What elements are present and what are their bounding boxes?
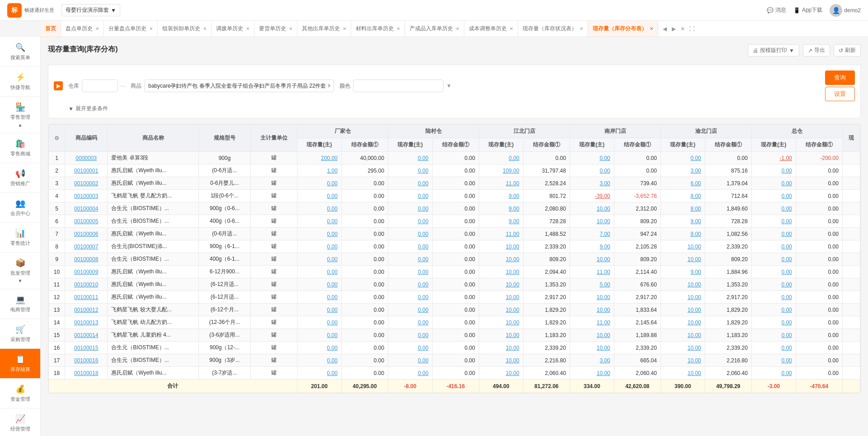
cell-c3-qty[interactable]: 10.00 xyxy=(479,329,523,342)
cell-c5-qty[interactable]: 10.00 xyxy=(660,304,705,316)
cell-c5-qty[interactable]: 9.00 xyxy=(660,215,705,228)
cell-c4-qty[interactable]: 10.00 xyxy=(570,215,614,228)
cell-c4-qty[interactable]: 0.00 xyxy=(570,152,614,164)
cell-t-qty[interactable]: 0.00 xyxy=(751,228,796,240)
tab-qitachuku[interactable]: 其他出库单历史 ✕ xyxy=(297,21,351,37)
tab-cailiaochu[interactable]: 材料出库单历史 ✕ xyxy=(351,21,405,37)
cell-c3-qty[interactable]: 10.00 xyxy=(479,367,523,380)
cell-c5-qty[interactable]: 0.00 xyxy=(660,152,705,164)
cell-c2-qty[interactable]: 0.00 xyxy=(388,228,432,240)
cell-c3-qty[interactable]: 10.00 xyxy=(479,354,523,367)
cell-c4-qty[interactable]: 10.00 xyxy=(570,329,614,342)
tab-fenpandian[interactable]: 分量盘点单历史 ✕ xyxy=(104,21,158,37)
cell-c5-qty[interactable]: 3.00 xyxy=(660,164,705,177)
sidebar-item-marketing[interactable]: 📢 营销推广 xyxy=(0,163,40,193)
close-icon[interactable]: ✕ xyxy=(289,26,292,31)
close-icon[interactable]: ✕ xyxy=(149,26,153,31)
cell-c2-qty[interactable]: 0.00 xyxy=(388,190,432,202)
tab-chenbentz[interactable]: 成本调整单历史 ✕ xyxy=(464,21,518,37)
close-icon[interactable]: ✕ xyxy=(343,26,346,31)
cell-t-qty[interactable]: 0.00 xyxy=(751,291,796,304)
cell-c4-qty[interactable]: 10.00 xyxy=(570,291,614,304)
cell-c4-qty[interactable]: 3.00 xyxy=(570,177,614,190)
cell-c2-qty[interactable]: 0.00 xyxy=(388,278,432,291)
cell-c1-qty[interactable]: 200.00 xyxy=(297,152,341,164)
cell-c3-qty[interactable]: 9.00 xyxy=(479,190,523,202)
cell-c3-qty[interactable]: 10.00 xyxy=(479,240,523,253)
cell-c4-qty[interactable]: 9.00 xyxy=(570,240,614,253)
product-input[interactable] xyxy=(144,80,334,92)
tab-home[interactable]: 首页 xyxy=(41,21,61,37)
cell-c1-qty[interactable]: 0.00 xyxy=(297,354,341,367)
cell-c2-qty[interactable]: 0.00 xyxy=(388,177,432,190)
cell-c1-qty[interactable]: 1.00 xyxy=(297,164,341,177)
cell-t-qty[interactable]: 0.00 xyxy=(751,329,796,342)
cell-c5-qty[interactable]: 10.00 xyxy=(660,291,705,304)
cell-c3-qty[interactable]: 10.00 xyxy=(479,304,523,316)
sidebar-item-ecommerce[interactable]: 💻 电商管理 xyxy=(0,289,40,319)
cell-c1-qty[interactable]: 0.00 xyxy=(297,253,341,266)
sidebar-item-wholesale[interactable]: 📦 批发管理 ▼ xyxy=(0,253,40,289)
settings-button[interactable]: 设置 xyxy=(825,87,855,101)
cell-t-qty[interactable]: 0.00 xyxy=(751,202,796,215)
tab-zuzhangchaijian[interactable]: 组装拆卸单历史 ✕ xyxy=(158,21,212,37)
cell-c2-qty[interactable]: 0.00 xyxy=(388,316,432,329)
cell-c5-qty[interactable]: 8.00 xyxy=(660,202,705,215)
close-icon[interactable]: ✕ xyxy=(246,26,250,31)
cell-c3-qty[interactable]: 10.00 xyxy=(479,291,523,304)
cell-c2-qty[interactable]: 0.00 xyxy=(388,354,432,367)
close-icon[interactable]: ✕ xyxy=(203,26,207,31)
cell-c4-qty[interactable]: 5.00 xyxy=(570,278,614,291)
nav-expand-icon[interactable]: ⛶ xyxy=(687,24,696,33)
cell-c4-qty[interactable]: 11.00 xyxy=(570,266,614,278)
cell-t-qty[interactable]: -1.00 xyxy=(751,152,796,164)
tab-xiancunliang-fenbubiao[interactable]: 现存量（库存分布表） ✕ xyxy=(588,21,658,37)
close-icon[interactable]: ✕ xyxy=(509,26,513,31)
cell-c5-qty[interactable]: 10.00 xyxy=(660,240,705,253)
nav-close-all[interactable]: ✕ xyxy=(678,24,687,33)
cell-t-qty[interactable]: 0.00 xyxy=(751,342,796,354)
close-icon[interactable]: ✕ xyxy=(396,26,400,31)
print-button[interactable]: 🖨 按模版打印 ▼ xyxy=(748,44,799,56)
cell-c4-qty[interactable]: 10.00 xyxy=(570,342,614,354)
cell-t-qty[interactable]: 0.00 xyxy=(751,367,796,380)
cell-c5-qty[interactable]: 10.00 xyxy=(660,253,705,266)
cell-c4-qty[interactable]: -39.00 xyxy=(570,190,614,202)
cell-c3-qty[interactable]: 10.00 xyxy=(479,266,523,278)
tab-yaohuo[interactable]: 要货单历史 ✕ xyxy=(255,21,297,37)
refresh-button[interactable]: ↺ 刷新 xyxy=(834,44,861,56)
nav-next-arrow[interactable]: ▶ xyxy=(669,24,678,33)
cell-c2-qty[interactable]: 0.00 xyxy=(388,329,432,342)
cell-c5-qty[interactable]: 10.00 xyxy=(660,278,705,291)
export-button[interactable]: ↗ 导出 xyxy=(803,44,830,56)
cell-t-qty[interactable]: 0.00 xyxy=(751,354,796,367)
cell-c5-qty[interactable]: 10.00 xyxy=(660,354,705,367)
settings-icon[interactable]: ⚙ xyxy=(54,135,59,141)
cell-c3-qty[interactable]: 10.00 xyxy=(479,253,523,266)
cell-c4-qty[interactable]: 10.00 xyxy=(570,367,614,380)
sidebar-item-retailshop[interactable]: 🛍️ 零售商城 xyxy=(0,133,40,163)
cell-c4-qty[interactable]: 3.00 xyxy=(570,354,614,367)
sidebar-item-quicknav[interactable]: ⚡ 快捷导航 xyxy=(0,67,40,97)
message-item[interactable]: 💬 消息 xyxy=(767,6,786,14)
close-icon[interactable]: ✕ xyxy=(95,26,99,31)
cell-c3-qty[interactable]: 10.00 xyxy=(479,342,523,354)
cell-c2-qty[interactable]: 0.00 xyxy=(388,152,432,164)
color-input[interactable] xyxy=(353,80,443,92)
tab-xiancunliang-kucun[interactable]: 现存量（库存状况表） ✕ xyxy=(518,21,588,37)
cell-c1-qty[interactable]: 0.00 xyxy=(297,202,341,215)
cell-c3-qty[interactable]: 11.00 xyxy=(479,228,523,240)
cell-c1-qty[interactable]: 0.00 xyxy=(297,316,341,329)
cell-c4-qty[interactable]: 10.00 xyxy=(570,202,614,215)
cell-c4-qty[interactable]: 7.00 xyxy=(570,228,614,240)
cell-c5-qty[interactable]: 10.00 xyxy=(660,329,705,342)
cell-c3-qty[interactable]: 9.00 xyxy=(479,202,523,215)
cell-c1-qty[interactable]: 0.00 xyxy=(297,342,341,354)
cell-c2-qty[interactable]: 0.00 xyxy=(388,342,432,354)
cell-c2-qty[interactable]: 0.00 xyxy=(388,164,432,177)
tab-diaobodanhist[interactable]: 调拨单历史 ✕ xyxy=(212,21,255,37)
cell-c1-qty[interactable]: 0.00 xyxy=(297,367,341,380)
sidebar-item-retail[interactable]: 🏪 零售管理 ▲ xyxy=(0,97,40,133)
cell-t-qty[interactable]: 0.00 xyxy=(751,253,796,266)
warehouse-input[interactable] xyxy=(82,80,118,92)
